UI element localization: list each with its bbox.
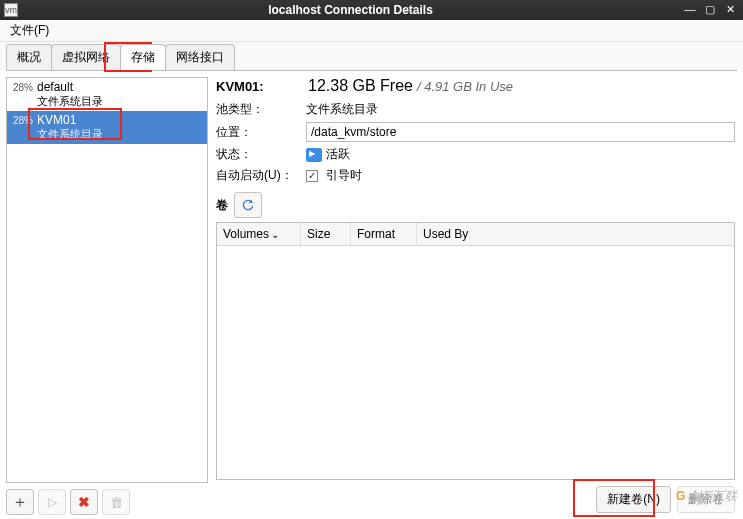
pool-type-value: 文件系统目录 — [306, 101, 735, 118]
trash-icon: 🗑 — [110, 495, 123, 510]
content-area: 28% default 文件系统目录 28% KVM01 文件系统目录 ＋ ▷ … — [0, 71, 743, 519]
pool-status-value: 活跃 — [326, 146, 350, 163]
window-titlebar: vm localhost Connection Details — ▢ ✕ — [0, 0, 743, 20]
pool-location-input[interactable] — [306, 122, 735, 142]
pool-name-label: KVM01 — [37, 113, 103, 127]
pool-autostart-value: 引导时 — [326, 167, 362, 184]
app-icon: vm — [4, 3, 18, 17]
pool-usage-percent: 28% — [9, 113, 33, 126]
add-pool-button[interactable]: ＋ — [6, 489, 34, 515]
volumes-table-header: Volumes⌄ Size Format Used By — [217, 223, 734, 246]
delete-volume-button[interactable]: 删除卷 — [677, 486, 735, 513]
volumes-table: Volumes⌄ Size Format Used By — [216, 222, 735, 480]
pool-status-label: 状态： — [216, 146, 306, 163]
play-icon: ▷ — [48, 495, 57, 509]
autostart-checkbox[interactable]: ✓ — [306, 170, 318, 182]
storage-pool-list: 28% default 文件系统目录 28% KVM01 文件系统目录 — [6, 77, 208, 483]
tab-overview[interactable]: 概况 — [6, 44, 52, 70]
storage-pool-item-kvm01[interactable]: 28% KVM01 文件系统目录 — [7, 111, 207, 144]
pool-location-label: 位置： — [216, 124, 306, 141]
pool-in-use: / 4.91 GB In Use — [417, 79, 513, 94]
storage-pool-sidebar: 28% default 文件系统目录 28% KVM01 文件系统目录 ＋ ▷ … — [0, 71, 212, 519]
pool-details-panel: KVM01: 12.38 GB Free / 4.91 GB In Use 池类… — [212, 71, 743, 519]
pool-autostart-label: 自动启动(U)： — [216, 167, 306, 184]
col-size[interactable]: Size — [301, 223, 351, 245]
pool-header: KVM01: 12.38 GB Free / 4.91 GB In Use — [216, 77, 735, 95]
refresh-icon — [240, 197, 256, 213]
maximize-button[interactable]: ▢ — [701, 3, 719, 17]
delete-pool-button[interactable]: 🗑 — [102, 489, 130, 515]
chevron-down-icon: ⌄ — [271, 229, 279, 240]
storage-pool-item-default[interactable]: 28% default 文件系统目录 — [7, 78, 207, 111]
col-volumes[interactable]: Volumes⌄ — [217, 223, 301, 245]
stop-pool-button[interactable]: ✖ — [70, 489, 98, 515]
minimize-button[interactable]: — — [681, 3, 699, 17]
tab-bar: 概况 虚拟网络 存储 网络接口 — [0, 42, 743, 70]
pool-free-space: 12.38 GB Free — [308, 77, 413, 95]
start-pool-button[interactable]: ▷ — [38, 489, 66, 515]
menu-file[interactable]: 文件(F) — [6, 20, 53, 41]
col-format[interactable]: Format — [351, 223, 417, 245]
pool-name-label: default — [37, 80, 103, 94]
volume-actions: 新建卷(N) 删除卷 — [216, 486, 735, 513]
new-volume-button[interactable]: 新建卷(N) — [596, 486, 671, 513]
refresh-volumes-button[interactable] — [234, 192, 262, 218]
menu-bar: 文件(F) — [0, 20, 743, 42]
pool-type-label: 文件系统目录 — [37, 127, 103, 142]
window-title: localhost Connection Details — [22, 3, 679, 17]
tab-virtual-networks[interactable]: 虚拟网络 — [51, 44, 121, 70]
pool-autostart-row: ✓ 引导时 — [306, 167, 735, 184]
close-button[interactable]: ✕ — [721, 3, 739, 17]
volumes-label: 卷 — [216, 197, 228, 214]
pool-toolbar: ＋ ▷ ✖ 🗑 — [6, 489, 208, 515]
stop-icon: ✖ — [78, 494, 90, 510]
col-used-by[interactable]: Used By — [417, 223, 734, 245]
volumes-table-body — [217, 246, 734, 479]
status-active-icon — [306, 148, 322, 162]
pool-type-label-field: 池类型： — [216, 101, 306, 118]
tab-network-interfaces[interactable]: 网络接口 — [165, 44, 235, 70]
pool-detail-name: KVM01: — [216, 79, 280, 94]
pool-type-label: 文件系统目录 — [37, 94, 103, 109]
tab-storage[interactable]: 存储 — [120, 44, 166, 70]
volumes-header-row: 卷 — [216, 192, 735, 218]
pool-fields: 池类型： 文件系统目录 位置： 状态： 活跃 自动启动(U)： ✓ 引导时 — [216, 101, 735, 184]
plus-icon: ＋ — [12, 492, 28, 513]
pool-usage-percent: 28% — [9, 80, 33, 93]
pool-status-value-row: 活跃 — [306, 146, 735, 163]
